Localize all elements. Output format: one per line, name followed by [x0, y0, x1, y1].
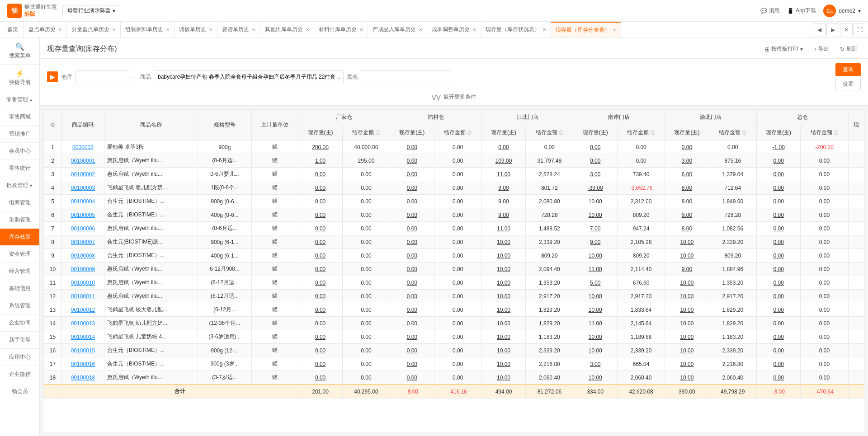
cell-lc-q[interactable]: 0.00 — [390, 235, 434, 249]
cell-lc-q[interactable]: 0.00 — [390, 357, 434, 371]
cell-code[interactable]: 00100006 — [62, 222, 104, 235]
tab-close-t9[interactable]: ✕ — [472, 28, 476, 32]
cell-na-q[interactable]: 10.00 — [573, 290, 618, 303]
cell-jb-q[interactable]: 9.00 — [481, 195, 526, 208]
cell-code[interactable]: 00100018 — [62, 371, 104, 385]
cell-tot-q[interactable]: 0.00 — [756, 371, 801, 385]
cell-lc-q[interactable]: 0.00 — [390, 181, 434, 195]
sidebar-item-system[interactable]: 系统管理 — [0, 297, 39, 314]
cell-ck-q[interactable]: 0.00 — [298, 317, 343, 330]
cell-ck-q[interactable]: 0.00 — [298, 303, 343, 317]
cell-ck-q[interactable]: 0.00 — [298, 208, 343, 222]
cell-yb-q[interactable]: 9.00 — [665, 208, 709, 222]
cell-code[interactable]: 00100007 — [62, 235, 104, 249]
warehouse-input[interactable] — [75, 70, 129, 83]
tab-close-t10[interactable]: ✕ — [542, 28, 546, 32]
sidebar-item-vip[interactable]: 畅会员 — [0, 383, 39, 400]
cell-jb-q[interactable]: 10.00 — [481, 276, 526, 290]
cell-tot-q[interactable]: 0.00 — [756, 154, 801, 168]
cell-tot-q[interactable]: 0.00 — [756, 290, 801, 303]
cell-code[interactable]: 00100014 — [62, 330, 104, 344]
cell-jb-q[interactable]: 10.00 — [481, 249, 526, 263]
tab-close-t11[interactable]: ✕ — [613, 28, 616, 33]
tab-close-t5[interactable]: ✕ — [252, 28, 255, 32]
cell-ck-q[interactable]: 0.00 — [298, 263, 343, 276]
cell-ck-q[interactable]: 0.00 — [298, 344, 343, 357]
cell-na-q[interactable]: 9.00 — [573, 235, 618, 249]
cell-yb-q[interactable]: 6.00 — [665, 168, 709, 181]
message-btn[interactable]: 💬 消息 — [760, 7, 780, 14]
cell-lc-q[interactable]: 0.00 — [390, 290, 434, 303]
cell-yb-q[interactable]: 10.00 — [665, 303, 709, 317]
cell-tot-q[interactable]: 0.00 — [756, 249, 801, 263]
cell-na-q[interactable]: 11.00 — [573, 317, 618, 330]
cell-tot-q[interactable]: 0.00 — [756, 263, 801, 276]
cell-yb-q[interactable]: 9.00 — [665, 263, 709, 276]
cell-jb-q[interactable]: 9.00 — [481, 208, 526, 222]
tab-prev-btn[interactable]: ◀ — [813, 23, 826, 36]
tab-close-all-btn[interactable]: ✕ — [840, 23, 853, 36]
goods-input[interactable] — [154, 70, 344, 83]
cell-yb-q[interactable]: 10.00 — [665, 330, 709, 344]
cell-code[interactable]: 00100003 — [62, 181, 104, 195]
cell-ck-q[interactable]: 0.00 — [298, 330, 343, 344]
sidebar-item-nav[interactable]: ⚡ 快捷导航 — [0, 65, 39, 91]
cell-na-q[interactable]: 3.00 — [573, 357, 618, 371]
refresh-btn[interactable]: ↻ 刷新 — [836, 43, 861, 55]
cell-jb-q[interactable]: 11.00 — [481, 168, 526, 181]
cell-jb-q[interactable]: 0.00 — [481, 141, 526, 154]
cell-na-q[interactable]: 10.00 — [573, 208, 618, 222]
cell-na-q[interactable]: 0.00 — [573, 154, 618, 168]
cell-jb-q[interactable]: 10.00 — [481, 371, 526, 385]
cell-yb-q[interactable]: 10.00 — [665, 276, 709, 290]
cell-na-q[interactable]: 10.00 — [573, 249, 618, 263]
tab-t4[interactable]: 调拨单历史 ✕ — [175, 22, 217, 38]
cell-jb-q[interactable]: 10.00 — [481, 344, 526, 357]
cell-tot-q[interactable]: 0.00 — [756, 208, 801, 222]
cell-lc-q[interactable]: 0.00 — [390, 330, 434, 344]
cell-na-q[interactable]: 10.00 — [573, 371, 618, 385]
cell-ck-q[interactable]: 0.00 — [298, 249, 343, 263]
tab-t10[interactable]: 现存量（库存状况表） ✕ — [481, 22, 551, 38]
tab-close-t6[interactable]: ✕ — [306, 28, 309, 32]
cell-lc-q[interactable]: 0.00 — [390, 317, 434, 330]
sidebar-item-member[interactable]: 会员中心 — [0, 143, 39, 160]
sidebar-item-collab[interactable]: 企业协同 — [0, 314, 39, 332]
cell-yb-q[interactable]: 0.00 — [665, 141, 709, 154]
cell-jb-q[interactable]: 10.00 — [481, 263, 526, 276]
tab-t9[interactable]: 成本调整单历史 ✕ — [427, 22, 481, 38]
cell-ck-q[interactable]: 0.00 — [298, 195, 343, 208]
cell-na-q[interactable]: 5.00 — [573, 276, 618, 290]
sidebar-item-basic[interactable]: 基础信息 — [0, 280, 39, 297]
tab-close-t7[interactable]: ✕ — [359, 28, 363, 32]
cell-lc-q[interactable]: 0.00 — [390, 168, 434, 181]
sidebar-item-retail-store[interactable]: 零售商城 — [0, 108, 39, 126]
cell-yb-q[interactable]: 8.00 — [665, 222, 709, 235]
sidebar-item-finance[interactable]: 资金管理 — [0, 246, 39, 263]
sidebar-item-retail-stats[interactable]: 零售统计 — [0, 160, 39, 177]
tab-expand-btn[interactable]: ⛶ — [854, 23, 866, 36]
cell-lc-q[interactable]: 0.00 — [390, 154, 434, 168]
tab-t2[interactable]: 分量盘点单历史 ✕ — [67, 22, 121, 38]
sidebar-item-ecom[interactable]: 电商管理 — [0, 194, 39, 211]
warehouse-picker-btn[interactable]: ··· — [132, 74, 137, 80]
tab-t8[interactable]: 产成品入库单历史 ✕ — [368, 22, 427, 38]
cell-tot-q[interactable]: -1.00 — [756, 141, 801, 154]
cell-code[interactable]: 00100010 — [62, 276, 104, 290]
cell-tot-q[interactable]: 0.00 — [756, 195, 801, 208]
industry-selector[interactable]: 母婴行业演示陈套 ▾ — [62, 5, 120, 16]
cell-code[interactable]: 00100009 — [62, 263, 104, 276]
cell-lc-q[interactable]: 0.00 — [390, 263, 434, 276]
tab-t3[interactable]: 组装拆卸单历史 ✕ — [121, 22, 175, 38]
cell-ck-q[interactable]: 0.00 — [298, 357, 343, 371]
cell-na-q[interactable]: 11.00 — [573, 263, 618, 276]
tab-close-t3[interactable]: ✕ — [166, 28, 170, 32]
cell-code[interactable]: 00100015 — [62, 344, 104, 357]
filter-expand-row[interactable]: ⋁⋁ 展开更多条件 — [47, 93, 861, 101]
query-btn[interactable]: 查询 — [835, 63, 861, 76]
cell-tot-q[interactable]: 0.00 — [756, 330, 801, 344]
cell-code[interactable]: 00100001 — [62, 154, 104, 168]
cell-code[interactable]: 00100011 — [62, 290, 104, 303]
th-gear[interactable]: ⚙ — [44, 110, 62, 141]
user-menu[interactable]: Ea demo2 ▾ — [823, 5, 861, 17]
